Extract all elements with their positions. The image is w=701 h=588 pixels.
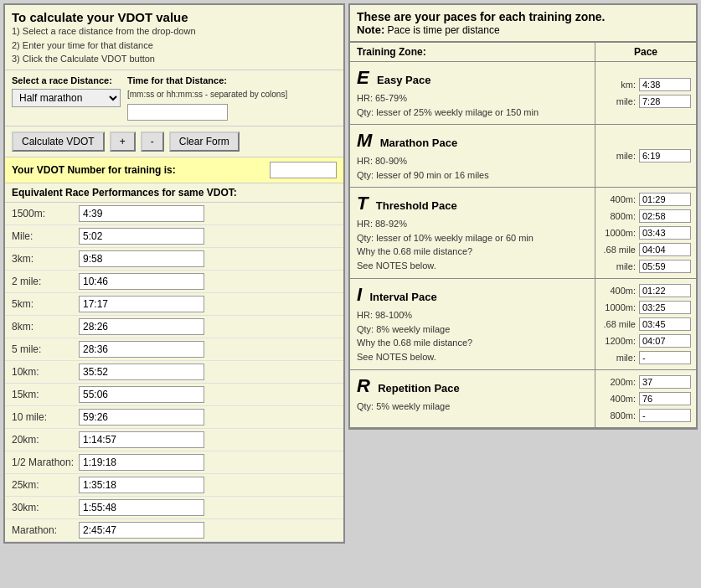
zone-right: mile:: [595, 125, 696, 187]
instruction-2: 2) Enter your time for that distance: [12, 39, 337, 53]
pace-value[interactable]: [639, 95, 691, 108]
zone-right: 200m: 400m: 800m:: [595, 370, 696, 427]
race-row: 1/2 Marathon:: [5, 451, 343, 474]
pace-label: 1200m:: [599, 336, 636, 346]
pace-row: .68 mile: [595, 241, 696, 258]
race-value[interactable]: [79, 364, 204, 380]
zone-right: 400m: 800m: 1000m: .68 mile mile:: [595, 188, 696, 278]
instruction-3: 3) Click the Calculate VDOT button: [12, 52, 337, 66]
zone-letter: T: [357, 193, 368, 214]
pace-value[interactable]: [639, 409, 691, 422]
zone-section: I Interval Pace HR: 98-100%Qty: 8% weekl…: [350, 279, 696, 370]
pace-label: mile:: [599, 151, 636, 161]
race-label: Marathon:: [12, 524, 79, 536]
pace-row: mile:: [595, 258, 696, 275]
race-value[interactable]: [79, 228, 204, 245]
col-zone-header: Training Zone:: [350, 43, 595, 61]
zones-container: E Easy Pace HR: 65-79%Qty: lesser of 25%…: [350, 62, 696, 428]
race-value[interactable]: [79, 386, 204, 403]
race-value[interactable]: [79, 409, 204, 426]
race-label: 2 mile:: [12, 276, 79, 287]
pace-value[interactable]: [639, 193, 691, 206]
race-value[interactable]: [79, 273, 204, 290]
pace-row: 1000m:: [595, 224, 696, 241]
race-row: 10 mile:: [5, 406, 343, 429]
pace-value[interactable]: [639, 260, 691, 273]
pace-value[interactable]: [639, 301, 691, 314]
race-value[interactable]: [79, 318, 204, 335]
race-value[interactable]: [79, 522, 204, 539]
zone-left: R Repetition Pace Qty: 5% weekly milage: [350, 370, 595, 427]
race-label: 25km:: [12, 479, 79, 491]
left-header: To calculate your VDOT value 1) Select a…: [5, 5, 343, 70]
pace-row: 1000m:: [595, 299, 696, 316]
pace-value[interactable]: [639, 392, 691, 405]
pace-row: 400m:: [595, 191, 696, 208]
zone-desc: HR: 80-90%Qty: lesser of 90 min or 16 mi…: [357, 154, 588, 182]
distance-select[interactable]: 1500mMile3km2 mile5km8km5 mile10km15km10…: [12, 89, 121, 107]
pace-row: 800m:: [595, 407, 696, 424]
pace-value[interactable]: [639, 243, 691, 256]
pace-label: 1000m:: [599, 302, 636, 312]
vdot-value[interactable]: 59: [270, 162, 337, 178]
pace-label: 800m:: [599, 410, 636, 420]
race-label: 10 mile:: [12, 411, 79, 423]
race-label: 5km:: [12, 298, 79, 310]
pace-label: mile:: [599, 96, 636, 106]
pace-value[interactable]: [639, 334, 691, 348]
race-value[interactable]: [79, 341, 204, 358]
race-value[interactable]: [79, 499, 204, 516]
time-hint: [mm:ss or hh:mm:ss - separated by colons…: [127, 89, 287, 101]
vdot-label: Your VDOT Number for training is:: [12, 164, 270, 176]
race-label: 20km:: [12, 434, 79, 446]
race-label: 30km:: [12, 502, 79, 513]
race-value[interactable]: [79, 431, 204, 448]
race-value[interactable]: [79, 454, 204, 471]
race-value[interactable]: [79, 296, 204, 312]
time-input[interactable]: 01:18:33: [127, 104, 228, 121]
pace-value[interactable]: [639, 78, 691, 91]
pace-label: 1000m:: [599, 228, 636, 238]
pace-row: 800m:: [595, 208, 696, 224]
pace-row: .68 mile: [595, 316, 696, 333]
race-row: 15km:: [5, 384, 343, 406]
zone-left: T Threshold Pace HR: 88-92%Qty: lesser o…: [350, 188, 595, 278]
pace-label: 800m:: [599, 211, 636, 221]
distance-label: Select a race Distance:: [12, 75, 121, 85]
pace-value[interactable]: [639, 226, 691, 240]
pace-row: 400m:: [595, 390, 696, 407]
note-bold: Note:: [357, 23, 384, 36]
pace-value[interactable]: [639, 375, 691, 389]
race-row: Marathon:: [5, 519, 343, 542]
race-row: 8km:: [5, 316, 343, 338]
pace-value[interactable]: [639, 317, 691, 331]
race-row: 10km:: [5, 361, 343, 384]
equiv-header: Equivalent Race Performances for same VD…: [5, 183, 343, 203]
zone-desc: Qty: 5% weekly milage: [357, 400, 588, 414]
clear-button[interactable]: Clear Form: [169, 132, 240, 152]
race-value[interactable]: [79, 205, 204, 222]
pace-label: 400m:: [599, 286, 636, 296]
race-value[interactable]: [79, 477, 204, 493]
minus-button[interactable]: -: [141, 132, 164, 152]
col-pace-header: Pace: [595, 43, 696, 61]
zone-letter: I: [357, 284, 362, 305]
zone-desc: HR: 65-79%Qty: lesser of 25% weekly mila…: [357, 91, 588, 119]
pace-label: .68 mile: [599, 245, 636, 255]
pace-value[interactable]: [639, 209, 691, 223]
distance-col: Select a race Distance: 1500mMile3km2 mi…: [12, 75, 121, 121]
race-label: 10km:: [12, 366, 79, 378]
race-label: 1500m:: [12, 208, 79, 219]
pace-value[interactable]: [639, 149, 691, 162]
pace-value[interactable]: [639, 351, 691, 364]
plus-button[interactable]: +: [110, 132, 136, 152]
pace-label: .68 mile: [599, 319, 636, 329]
race-value[interactable]: [79, 250, 204, 267]
time-col: Time for that Distance: [mm:ss or hh:mm:…: [127, 75, 287, 121]
pace-row: mile:: [595, 349, 696, 366]
zone-section: T Threshold Pace HR: 88-92%Qty: lesser o…: [350, 188, 696, 279]
pace-row: mile:: [595, 93, 696, 110]
zone-desc: HR: 88-92%Qty: lesser of 10% weekly mila…: [357, 217, 588, 272]
pace-value[interactable]: [639, 284, 691, 297]
calculate-button[interactable]: Calculate VDOT: [12, 132, 105, 152]
